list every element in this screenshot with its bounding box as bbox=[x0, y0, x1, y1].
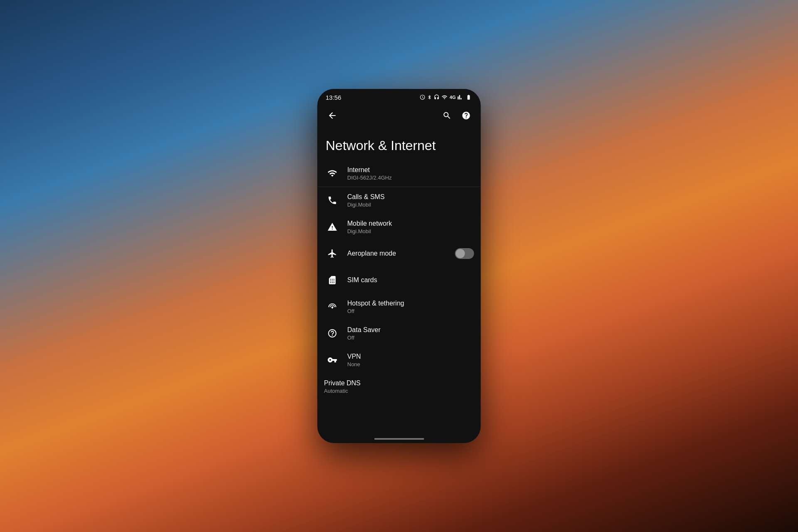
aeroplane-mode-item[interactable]: Aeroplane mode bbox=[318, 240, 481, 267]
calls-sms-title: Calls & SMS bbox=[347, 193, 474, 202]
vpn-text: VPN None bbox=[347, 352, 474, 368]
mobile-network-title: Mobile network bbox=[347, 219, 474, 228]
calls-icon bbox=[324, 192, 341, 209]
signal-icon bbox=[458, 94, 463, 100]
aeroplane-mode-title: Aeroplane mode bbox=[347, 249, 455, 258]
internet-title: Internet bbox=[347, 166, 474, 175]
status-icons: 4G bbox=[420, 94, 473, 100]
hotspot-tethering-text: Hotspot & tethering Off bbox=[347, 299, 474, 315]
help-button[interactable] bbox=[458, 108, 474, 126]
calls-sms-item[interactable]: Calls & SMS Digi.Mobil bbox=[318, 187, 481, 214]
aeroplane-toggle-track[interactable] bbox=[455, 248, 474, 259]
aeroplane-toggle[interactable] bbox=[455, 248, 474, 259]
top-action-bar bbox=[318, 104, 481, 130]
aeroplane-toggle-thumb bbox=[456, 249, 465, 258]
hotspot-icon bbox=[324, 298, 341, 315]
back-button[interactable] bbox=[324, 107, 341, 126]
mobile-network-subtitle: Digi.Mobil bbox=[347, 228, 474, 234]
data-saver-text: Data Saver Off bbox=[347, 326, 474, 341]
phone-container: 13:56 4G bbox=[318, 89, 481, 443]
hotspot-tethering-title: Hotspot & tethering bbox=[347, 299, 474, 308]
wifi-status-icon bbox=[441, 94, 448, 100]
home-indicator bbox=[374, 438, 424, 440]
battery-icon bbox=[465, 94, 473, 100]
private-dns-item[interactable]: Private DNS Automatic bbox=[318, 373, 481, 400]
bluetooth-icon bbox=[427, 94, 432, 100]
vpn-title: VPN bbox=[347, 352, 474, 361]
internet-text: Internet DIGI-562J/2.4GHz bbox=[347, 166, 474, 181]
data-saver-icon bbox=[324, 325, 341, 342]
mobile-network-item[interactable]: Mobile network Digi.Mobil bbox=[318, 214, 481, 240]
wifi-icon bbox=[324, 165, 341, 182]
settings-list: Internet DIGI-562J/2.4GHz Calls & SMS Di… bbox=[318, 160, 481, 400]
hotspot-tethering-item[interactable]: Hotspot & tethering Off bbox=[318, 293, 481, 320]
sim-cards-item[interactable]: SIM cards bbox=[318, 267, 481, 293]
calls-sms-subtitle: Digi.Mobil bbox=[347, 202, 474, 208]
status-bar: 13:56 4G bbox=[318, 89, 481, 104]
private-dns-subtitle: Automatic bbox=[324, 388, 474, 394]
private-dns-text: Private DNS Automatic bbox=[324, 379, 474, 394]
aeroplane-mode-text: Aeroplane mode bbox=[347, 249, 455, 258]
top-bar-actions bbox=[439, 108, 474, 126]
vpn-icon bbox=[324, 352, 341, 368]
vpn-item[interactable]: VPN None bbox=[318, 347, 481, 373]
signal-bars-icon bbox=[324, 219, 341, 235]
vpn-subtitle: None bbox=[347, 361, 474, 367]
private-dns-title: Private DNS bbox=[324, 379, 474, 388]
status-time: 13:56 bbox=[326, 94, 342, 101]
sim-cards-text: SIM cards bbox=[347, 276, 474, 285]
hotspot-tethering-subtitle: Off bbox=[347, 308, 474, 314]
data-saver-item[interactable]: Data Saver Off bbox=[318, 320, 481, 347]
search-button[interactable] bbox=[439, 108, 455, 126]
internet-subtitle: DIGI-562J/2.4GHz bbox=[347, 175, 474, 181]
sim-cards-title: SIM cards bbox=[347, 276, 474, 285]
calls-sms-text: Calls & SMS Digi.Mobil bbox=[347, 193, 474, 208]
mobile-network-text: Mobile network Digi.Mobil bbox=[347, 219, 474, 235]
internet-item[interactable]: Internet DIGI-562J/2.4GHz bbox=[318, 160, 481, 187]
alarm-icon bbox=[420, 94, 426, 100]
data-saver-title: Data Saver bbox=[347, 326, 474, 335]
plane-icon bbox=[324, 245, 341, 262]
sim-icon bbox=[324, 272, 341, 288]
data-saver-subtitle: Off bbox=[347, 335, 474, 341]
page-title: Network & Internet bbox=[318, 130, 481, 160]
headset-icon bbox=[434, 94, 440, 100]
network-type-icon: 4G bbox=[450, 95, 456, 100]
